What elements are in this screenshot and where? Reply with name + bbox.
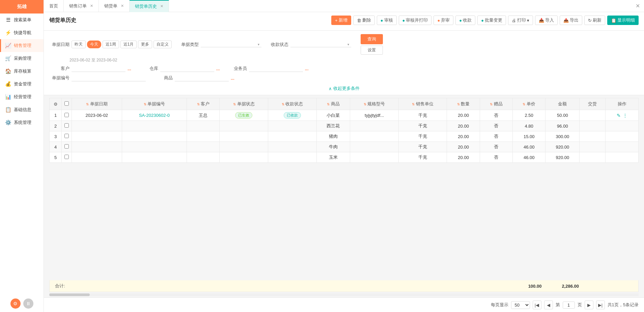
tab-sales-goods-close[interactable]: ✕ (121, 4, 124, 8)
date-btn-last7[interactable]: 近1周 (103, 41, 119, 48)
row-doc-status: 已生效 (220, 110, 268, 121)
filter-setting-button[interactable]: 设置 (361, 46, 383, 55)
scroll-thumb[interactable] (49, 293, 90, 296)
staff-input[interactable] (249, 65, 303, 72)
sidebar-btn-2[interactable]: ⏸ (23, 298, 33, 309)
sidebar-item-quicknav[interactable]: ⚡ 快捷导航 (0, 26, 44, 39)
tab-sales-goods[interactable]: 销货单 ✕ (99, 0, 130, 12)
sidebar-item-sales[interactable]: 📈 销售管理 (0, 39, 44, 52)
collect-button[interactable]: ● 收款 (455, 16, 475, 25)
edit-op-btn[interactable]: ✎ (617, 113, 621, 118)
col-unit-price[interactable]: ⇅ 单价 (513, 98, 545, 110)
col-spec[interactable]: ⇅ 规格型号 (350, 98, 399, 110)
toolbar: + 新增 🗑 删除 ● 审核 ● 审核并打印 (331, 16, 639, 25)
show-detail-button[interactable]: 📋 显示明细 (607, 16, 639, 25)
doc-no-input[interactable] (72, 75, 146, 81)
batch-change-button[interactable]: ● 批量变更 (477, 16, 506, 25)
customer-input[interactable] (72, 65, 125, 72)
sidebar-item-search[interactable]: ☰ 搜索菜单 (0, 14, 44, 26)
customer-dots[interactable]: ... (128, 66, 131, 71)
row-checkbox-cell[interactable] (62, 110, 72, 121)
col-payment-status[interactable]: ⇅ 收款状态 (268, 98, 317, 110)
page-next-btn[interactable]: ▶ (585, 301, 593, 309)
review-print-button[interactable]: ● 审核并打印 (399, 16, 432, 25)
doc-status-badge: 已生效 (235, 112, 252, 119)
row-no-cell: 2 (50, 121, 62, 131)
sidebar-item-purchase[interactable]: 🛒 采购管理 (0, 52, 44, 65)
tab-sales-history[interactable]: 销货单历史 ✕ (130, 0, 169, 12)
date-btn-custom[interactable]: 自定义 (153, 41, 172, 48)
query-button[interactable]: 查询 (361, 34, 383, 44)
col-customer[interactable]: ⇅ 客户 (187, 98, 220, 110)
delete-button[interactable]: 🗑 删除 (353, 16, 375, 25)
row-operation (606, 142, 639, 152)
page-last-btn[interactable]: ▶| (596, 301, 605, 309)
row-checkbox-cell[interactable] (62, 131, 72, 142)
tab-sales-order-close[interactable]: ✕ (90, 4, 93, 8)
col-settings[interactable]: ⚙ (50, 98, 62, 110)
row-checkbox-cell[interactable] (62, 152, 72, 163)
row-checkbox[interactable] (64, 113, 69, 117)
import-button[interactable]: 📥 导入 (535, 16, 558, 25)
date-btn-more[interactable]: 更多 (138, 41, 152, 48)
col-gift[interactable]: ⇅ 赠品 (480, 98, 512, 110)
goods-input[interactable] (175, 75, 229, 81)
staff-dots[interactable]: ... (305, 66, 309, 71)
col-sales-unit[interactable]: ⇅ 销售单位 (398, 98, 447, 110)
sidebar-btn-1[interactable]: ⚙ (10, 298, 21, 309)
batch-change-icon: ● (481, 18, 484, 23)
print-button[interactable]: 🖨 打印 ▾ (508, 16, 533, 25)
page-prev-btn[interactable]: ◀ (544, 301, 553, 309)
row-checkbox[interactable] (64, 155, 69, 159)
export-button[interactable]: 📤 导出 (560, 16, 582, 25)
tabs-close-all[interactable]: ✕ (632, 3, 644, 9)
sidebar-item-inventory[interactable]: 🏠 库存核算 (0, 65, 44, 78)
more-op-btn[interactable]: ⋮ (623, 113, 627, 118)
row-unit-price: 4.80 (513, 121, 545, 131)
row-checkbox[interactable] (64, 134, 69, 138)
row-checkbox[interactable] (64, 144, 69, 149)
page-first-btn[interactable]: |◀ (533, 301, 541, 309)
date-btn-yesterday[interactable]: 昨天 (72, 41, 86, 48)
row-checkbox-cell[interactable] (62, 142, 72, 152)
add-button[interactable]: + 新增 (331, 16, 351, 25)
col-doc-no[interactable]: ⇅ 单据编号 (122, 98, 187, 110)
col-checkbox[interactable] (62, 98, 72, 110)
col-qty[interactable]: ⇅ 数量 (447, 98, 480, 110)
refresh-button[interactable]: ↻ 刷新 (584, 16, 605, 25)
select-all-checkbox[interactable] (64, 101, 69, 106)
warehouse-input[interactable] (160, 65, 214, 72)
tab-home[interactable]: 首页 (44, 0, 64, 12)
staff-label: 业务员 (227, 66, 247, 72)
sidebar-item-finance[interactable]: 💰 资金管理 (0, 78, 44, 90)
col-doc-status[interactable]: ⇅ 单据状态 (220, 98, 268, 110)
row-goods: 小白菜 (316, 110, 350, 121)
table-row: 3 猪肉 千克 20.00 否 15.00 300.00 (50, 131, 639, 142)
tab-sales-order[interactable]: 销售订单 ✕ (64, 0, 99, 12)
col-doc-date[interactable]: ⇅ 单据日期 (72, 98, 122, 110)
row-doc-no (122, 152, 187, 163)
payment-status-select[interactable]: ▾ (290, 42, 351, 47)
per-page-select[interactable]: 50 100 200 (511, 301, 530, 309)
date-btn-today[interactable]: 今天 (87, 41, 101, 48)
abandon-button[interactable]: ● 弃审 (433, 16, 453, 25)
horizontal-scrollbar[interactable] (49, 293, 639, 296)
row-checkbox-cell[interactable] (62, 121, 72, 131)
date-btn-last1month[interactable]: 近1月 (120, 41, 137, 48)
sidebar-item-operations[interactable]: 📊 经营管理 (0, 90, 44, 103)
filter-row-2: 客户 ... 仓库 ... 业务员 ... (49, 65, 639, 72)
sidebar-item-basicinfo[interactable]: 📋 基础信息 (0, 103, 44, 116)
page-input[interactable] (563, 302, 575, 309)
row-no-cell: 1 (50, 110, 62, 121)
row-doc-status (220, 142, 268, 152)
col-goods[interactable]: ⇅ 商品 (316, 98, 350, 110)
doc-type-select[interactable]: ▾ (201, 42, 261, 47)
tab-sales-history-close[interactable]: ✕ (160, 4, 163, 8)
sidebar-item-system[interactable]: ⚙️ 系统管理 (0, 116, 44, 129)
warehouse-dots[interactable]: ... (216, 66, 220, 71)
review-button[interactable]: ● 审核 (377, 16, 397, 25)
goods-dots[interactable]: ... (231, 76, 234, 81)
collapse-button[interactable]: ∧ 收起更多条件 (49, 84, 639, 92)
row-payment-status (268, 131, 317, 142)
row-checkbox[interactable] (64, 123, 69, 128)
